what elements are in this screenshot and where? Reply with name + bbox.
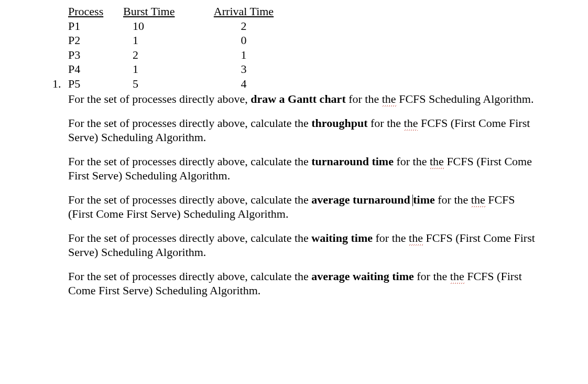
cell-arrival: 0: [204, 33, 283, 48]
spellcheck-marker: the: [409, 231, 423, 246]
question-row: 1. Process Burst Time Arrival Time P1 10…: [52, 4, 536, 298]
table-row: P5 5 4: [68, 77, 283, 91]
cell-burst: 2: [133, 48, 138, 61]
table-row: P2 1 0: [68, 33, 283, 48]
cell-process: P3: [68, 48, 123, 62]
col-header-burst: Burst Time: [123, 4, 204, 19]
process-table: Process Burst Time Arrival Time P1 10 2 …: [68, 4, 283, 91]
table-row: P1 10 2: [68, 19, 283, 34]
question-content: Process Burst Time Arrival Time P1 10 2 …: [68, 4, 536, 298]
col-header-process: Process: [68, 4, 123, 19]
question-number: 1.: [52, 77, 68, 91]
paragraph-gantt: For the set of processes directly above,…: [68, 92, 536, 106]
paragraph-throughput: For the set of processes directly above,…: [68, 116, 536, 145]
cell-arrival: 4: [204, 77, 283, 91]
spellcheck-marker: the: [450, 270, 464, 284]
paragraph-avg-turnaround: For the set of processes directly above,…: [68, 193, 536, 221]
spellcheck-marker: the: [404, 116, 418, 131]
paragraph-avg-waiting: For the set of processes directly above,…: [68, 269, 536, 298]
cell-burst: 10: [133, 19, 144, 33]
cell-process: P4: [68, 62, 123, 77]
paragraph-waiting: For the set of processes directly above,…: [68, 231, 536, 260]
cell-arrival: 1: [204, 48, 283, 62]
cell-process: P1: [68, 19, 123, 34]
spellcheck-marker: the: [382, 92, 396, 106]
cell-burst: 1: [133, 34, 138, 47]
table-header-row: Process Burst Time Arrival Time: [68, 4, 283, 19]
cell-arrival: 2: [204, 19, 283, 34]
table-row: P4 1 3: [68, 62, 283, 77]
cell-process: P2: [68, 33, 123, 48]
table-row: P3 2 1: [68, 48, 283, 62]
cell-burst: 5: [133, 77, 138, 90]
cell-process: P5: [68, 77, 123, 91]
cell-arrival: 3: [204, 62, 283, 77]
spellcheck-marker: the: [430, 155, 444, 169]
document-page: 1. Process Burst Time Arrival Time P1 10…: [0, 0, 588, 308]
spellcheck-marker: the: [471, 193, 485, 207]
paragraph-turnaround: For the set of processes directly above,…: [68, 154, 536, 183]
col-header-arrival: Arrival Time: [204, 4, 283, 19]
cell-burst: 1: [133, 62, 138, 76]
